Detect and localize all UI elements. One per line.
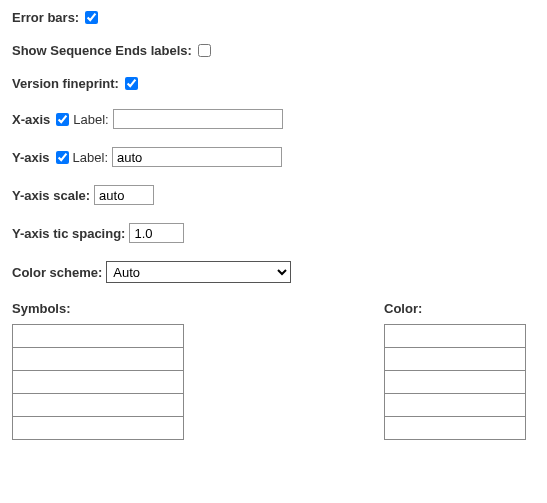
x-axis-sub-label: Label: bbox=[73, 112, 108, 127]
version-fineprint-checkbox[interactable] bbox=[125, 77, 138, 90]
seq-ends-checkbox[interactable] bbox=[198, 44, 211, 57]
color-input-2[interactable] bbox=[385, 371, 525, 393]
color-input-3[interactable] bbox=[385, 394, 525, 416]
error-bars-checkbox[interactable] bbox=[85, 11, 98, 24]
y-tic-label: Y-axis tic spacing: bbox=[12, 226, 125, 241]
y-axis-label: Y-axis bbox=[12, 150, 50, 165]
symbols-input-0[interactable] bbox=[13, 325, 183, 347]
y-scale-input[interactable] bbox=[94, 185, 154, 205]
color-table bbox=[384, 324, 526, 440]
seq-ends-label: Show Sequence Ends labels: bbox=[12, 43, 192, 58]
version-fineprint-label: Version fineprint: bbox=[12, 76, 119, 91]
symbols-input-3[interactable] bbox=[13, 394, 183, 416]
symbols-input-4[interactable] bbox=[13, 417, 183, 439]
color-scheme-label: Color scheme: bbox=[12, 265, 102, 280]
y-tic-input[interactable] bbox=[129, 223, 184, 243]
color-input-1[interactable] bbox=[385, 348, 525, 370]
symbols-table bbox=[12, 324, 184, 440]
symbols-input-1[interactable] bbox=[13, 348, 183, 370]
y-scale-label: Y-axis scale: bbox=[12, 188, 90, 203]
color-scheme-select[interactable]: Auto bbox=[106, 261, 291, 283]
x-axis-input[interactable] bbox=[113, 109, 283, 129]
y-axis-input[interactable] bbox=[112, 147, 282, 167]
symbols-input-2[interactable] bbox=[13, 371, 183, 393]
color-header: Color: bbox=[384, 301, 526, 316]
symbols-header: Symbols: bbox=[12, 301, 184, 316]
color-input-4[interactable] bbox=[385, 417, 525, 439]
y-axis-checkbox[interactable] bbox=[56, 151, 69, 164]
error-bars-label: Error bars: bbox=[12, 10, 79, 25]
color-input-0[interactable] bbox=[385, 325, 525, 347]
y-axis-sub-label: Label: bbox=[73, 150, 108, 165]
x-axis-label: X-axis bbox=[12, 112, 50, 127]
x-axis-checkbox[interactable] bbox=[56, 113, 69, 126]
